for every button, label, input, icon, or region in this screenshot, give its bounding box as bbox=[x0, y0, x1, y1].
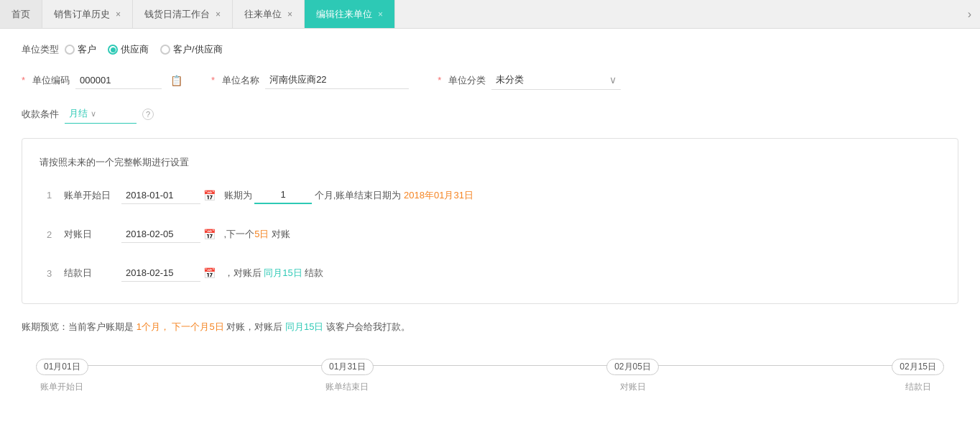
row-label-3: 结款日 bbox=[64, 267, 121, 280]
node-date-1: 01月31日 bbox=[321, 359, 374, 375]
tab-sales-order-history[interactable]: 销售订单历史 × bbox=[42, 0, 133, 28]
name-input[interactable] bbox=[265, 72, 409, 89]
tab-cash-work[interactable]: 钱货日清工作台 × bbox=[133, 0, 233, 28]
row-num-3: 3 bbox=[47, 268, 64, 279]
payment-date-input[interactable] bbox=[121, 264, 200, 282]
row-1-suffix-pre: 账期为 bbox=[221, 189, 254, 202]
payment-row: 收款条件 月结 ∨ ? bbox=[22, 104, 958, 124]
payment-group: 收款条件 月结 ∨ ? bbox=[22, 104, 154, 124]
row-label-1: 账单开始日 bbox=[64, 189, 121, 202]
name-star: * bbox=[211, 75, 215, 86]
tab-scroll-right[interactable]: › bbox=[959, 0, 980, 28]
unit-type-group: 单位类型 客户 供应商 客户/供应商 bbox=[22, 43, 223, 56]
tab-home[interactable]: 首页 bbox=[0, 0, 42, 28]
timeline-node-2: 02月05日 对账日 bbox=[606, 359, 659, 393]
row-2-suffix: ,下一个 5日 对账 bbox=[221, 228, 290, 241]
payment-label: 收款条件 bbox=[22, 108, 59, 121]
preview-part4: 同月15日 bbox=[285, 321, 323, 332]
settings-box: 请按照未来的一个完整帐期进行设置 1 账单开始日 📅 账期为 个月,账单结束日期… bbox=[22, 138, 958, 304]
node-label-0: 账单开始日 bbox=[40, 381, 83, 393]
reconcile-date-calendar-icon[interactable]: 📅 bbox=[203, 229, 216, 240]
row-3-highlight: 同月15日 bbox=[264, 267, 302, 280]
setting-row-3: 3 结款日 📅 ，对账后 同月15日 结款 bbox=[40, 264, 940, 282]
payment-dropdown[interactable]: 月结 ∨ bbox=[65, 104, 137, 124]
row-2-suffix-post: 对账 bbox=[269, 228, 290, 241]
setting-row-2: 2 对账日 📅 ,下一个 5日 对账 bbox=[40, 226, 940, 243]
timeline: 01月01日 账单开始日 01月31日 账单结束日 02月05日 对账日 02月… bbox=[22, 352, 958, 393]
category-group: * 单位分类 未分类 ∨ bbox=[438, 70, 621, 90]
row-1-suffix: 账期为 个月,账单结束日期为 2018年01月31日 bbox=[221, 186, 473, 204]
radio-customer[interactable]: 客户 bbox=[65, 43, 96, 56]
category-dropdown[interactable]: 未分类 ∨ bbox=[491, 70, 621, 90]
row-3-suffix-post: 结款 bbox=[302, 267, 324, 280]
close-tab-sales[interactable]: × bbox=[116, 9, 121, 19]
tab-edit-partner[interactable]: 编辑往来单位 × bbox=[305, 0, 395, 28]
reconcile-date-input[interactable] bbox=[121, 226, 200, 243]
node-label-1: 账单结束日 bbox=[325, 381, 369, 393]
radio-both-circle bbox=[160, 45, 170, 55]
radio-group: 客户 供应商 客户/供应商 bbox=[65, 43, 223, 56]
row-2-highlight: 5日 bbox=[254, 228, 269, 241]
radio-supplier-circle bbox=[108, 45, 118, 55]
close-tab-partner[interactable]: × bbox=[287, 9, 292, 19]
code-label: 单位编码 bbox=[32, 74, 70, 87]
category-star: * bbox=[438, 75, 441, 86]
page-content: 单位类型 客户 供应商 客户/供应商 * 单位编码 bbox=[0, 29, 980, 437]
preview-label: 账期预览：当前客户账期是 bbox=[22, 321, 134, 332]
radio-both[interactable]: 客户/供应商 bbox=[160, 43, 223, 56]
timeline-node-3: 02月15日 结款日 bbox=[892, 359, 944, 393]
preview-part1: 1个月， bbox=[137, 321, 170, 332]
unit-type-label: 单位类型 bbox=[22, 43, 59, 56]
end-date-highlight: 2018年01月31日 bbox=[404, 189, 473, 202]
category-label: 单位分类 bbox=[448, 74, 486, 87]
code-star: * bbox=[22, 75, 25, 86]
preview-text: 账期预览：当前客户账期是 1个月， 下一个月5日 对账，对账后 同月15日 该客… bbox=[22, 318, 958, 335]
unit-type-row: 单位类型 客户 供应商 客户/供应商 bbox=[22, 43, 958, 56]
name-group: * 单位名称 bbox=[211, 72, 409, 89]
payment-value: 月结 bbox=[69, 107, 88, 120]
timeline-node-0: 01月01日 账单开始日 bbox=[36, 359, 88, 393]
setting-row-1: 1 账单开始日 📅 账期为 个月,账单结束日期为 2018年01月31日 bbox=[40, 186, 940, 204]
category-arrow-icon: ∨ bbox=[609, 74, 616, 86]
tab-bar: 首页 销售订单历史 × 钱货日清工作台 × 往来单位 × 编辑往来单位 × › bbox=[0, 0, 980, 29]
code-group: * 单位编码 📋 bbox=[22, 72, 182, 89]
preview-part2: 下一个月5日 bbox=[172, 321, 223, 332]
node-date-2: 02月05日 bbox=[606, 359, 659, 375]
help-icon[interactable]: ? bbox=[142, 109, 154, 120]
settings-title: 请按照未来的一个完整帐期进行设置 bbox=[40, 156, 940, 169]
category-value: 未分类 bbox=[496, 73, 609, 86]
payment-dropdown-arrow: ∨ bbox=[91, 109, 96, 119]
preview-part5: 该客户会给我打款。 bbox=[326, 321, 410, 332]
row-3-suffix: ，对账后 同月15日 结款 bbox=[221, 267, 323, 280]
node-label-3: 结款日 bbox=[905, 381, 931, 393]
preview-part3: 对账，对账后 bbox=[226, 321, 282, 332]
code-calendar-icon[interactable]: 📋 bbox=[170, 75, 182, 86]
timeline-node-1: 01月31日 账单结束日 bbox=[321, 359, 374, 393]
node-label-2: 对账日 bbox=[620, 381, 646, 393]
name-label: 单位名称 bbox=[222, 74, 259, 87]
row-num-1: 1 bbox=[47, 190, 64, 201]
start-date-calendar-icon[interactable]: 📅 bbox=[203, 190, 216, 201]
tab-partner[interactable]: 往来单位 × bbox=[233, 0, 305, 28]
row-1-suffix-post: 个月,账单结束日期为 bbox=[312, 189, 404, 202]
row-2-suffix-pre: ,下一个 bbox=[221, 228, 254, 241]
node-date-0: 01月01日 bbox=[36, 359, 88, 375]
start-date-input[interactable] bbox=[121, 187, 200, 204]
timeline-nodes: 01月01日 账单开始日 01月31日 账单结束日 02月05日 对账日 02月… bbox=[36, 359, 944, 393]
payment-date-calendar-icon[interactable]: 📅 bbox=[203, 267, 216, 279]
code-input[interactable] bbox=[75, 72, 162, 89]
radio-supplier[interactable]: 供应商 bbox=[108, 43, 149, 56]
close-tab-cash[interactable]: × bbox=[216, 9, 221, 19]
row-3-suffix-pre: ，对账后 bbox=[221, 267, 264, 280]
row-num-2: 2 bbox=[47, 229, 64, 240]
node-date-3: 02月15日 bbox=[892, 359, 944, 375]
code-name-category-row: * 单位编码 📋 * 单位名称 * 单位分类 未分类 ∨ bbox=[22, 70, 958, 90]
close-tab-edit-partner[interactable]: × bbox=[378, 9, 383, 19]
row-label-2: 对账日 bbox=[64, 228, 121, 241]
radio-customer-circle bbox=[65, 45, 75, 55]
period-input[interactable] bbox=[254, 186, 312, 204]
